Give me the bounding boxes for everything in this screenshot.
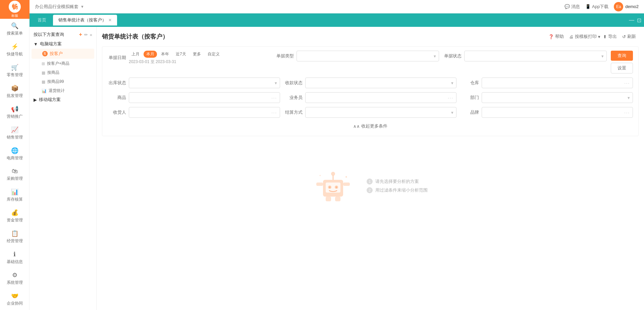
salesperson-select[interactable]: ··· (305, 92, 457, 103)
sidebar-item-search[interactable]: 🔍 搜索菜单 (0, 19, 29, 40)
sidebar-item-operations[interactable]: 📋 经营管理 (0, 226, 29, 247)
help-button[interactable]: ❓ 帮助 (546, 32, 567, 41)
app-logo: 畅 标服 (0, 0, 30, 19)
scheme-pc-category[interactable]: ▼ 电脑端方案 (30, 40, 96, 48)
refresh-icon: ↺ (622, 34, 626, 39)
app-download-button[interactable]: 📱 App下载 (585, 4, 608, 10)
collapse-more-bar[interactable]: ∧∧ 收起更多条件 (108, 120, 633, 132)
date-pill-7days[interactable]: 近7天 (173, 51, 189, 58)
date-pill-this-month[interactable]: 本月 (144, 51, 157, 58)
tab-home[interactable]: 首页 (32, 15, 52, 25)
search-icon: 🔍 (11, 22, 18, 30)
sidebar-item-wholesale[interactable]: 📦 批发管理 (0, 81, 29, 102)
order-type-select[interactable]: ▾ (297, 51, 439, 61)
breadcrumb-dropdown-icon[interactable]: ▾ (81, 4, 84, 9)
svg-rect-1 (326, 183, 340, 193)
scheme-item-icon: 客 (42, 51, 48, 56)
sidebar-item-enterprise-label: 企业协同 (7, 301, 23, 306)
settlement-select[interactable]: ▾ (305, 107, 457, 118)
refresh-label: 刷新 (627, 34, 636, 40)
minimize-button[interactable]: — (629, 17, 634, 23)
sidebar-item-purchase[interactable]: 🛍 采购管理 (0, 164, 29, 185)
hint-num-2: 2 (367, 187, 373, 193)
sidebar: 畅 标服 🔍 搜索菜单 ⚡ 快捷导航 🛒 零售管理 📦 批发管理 📢 营销 (0, 0, 30, 310)
date-pill-this-year[interactable]: 本年 (158, 51, 172, 58)
tab-sales-stats[interactable]: 销售单统计表（按客户） ✕ (53, 15, 117, 25)
sidebar-item-finance-label: 资金管理 (7, 217, 23, 223)
order-date-label: 单据日期 (108, 55, 126, 61)
sidebar-item-wholesale-label: 批发管理 (7, 93, 23, 99)
message-button[interactable]: 💬 消息 (565, 4, 580, 10)
scheme-item-by-customer[interactable]: 客 按客户 (32, 49, 94, 59)
sidebar-item-basics-label: 基础信息 (7, 259, 23, 265)
help-label: 帮助 (555, 34, 564, 40)
svg-text:✦: ✦ (319, 174, 321, 177)
department-label: 部门 (461, 95, 479, 101)
department-select[interactable]: ▾ (482, 92, 633, 103)
consignee-label: 收货人 (108, 109, 126, 115)
date-pill-last-month[interactable]: 上月 (129, 51, 142, 58)
sidebar-item-shortcut[interactable]: ⚡ 快捷导航 (0, 40, 29, 60)
sidebar-item-inventory[interactable]: 📊 库存核算 (0, 185, 29, 206)
finance-icon: 💰 (11, 209, 18, 216)
logo-icon: 畅 (9, 1, 21, 13)
brand-filter: 品牌 ··· (461, 107, 633, 118)
refresh-button[interactable]: ↺ 刷新 (620, 32, 639, 41)
sidebar-item-enterprise[interactable]: 🤝 企业协同 (0, 289, 29, 310)
user-area[interactable]: Ea demo2 (614, 2, 639, 11)
warehouse-select[interactable]: ··· (482, 78, 633, 88)
tab-sales-stats-label: 销售单统计表（按客户） (58, 17, 106, 23)
consignee-select[interactable]: ··· (129, 107, 280, 118)
template-print-button[interactable]: 🖨 按模板打印 ▾ (569, 34, 600, 40)
header-right: 💬 消息 📱 App下载 Ea demo2 (565, 2, 639, 11)
export-button[interactable]: ⬆ 导出 (603, 34, 617, 40)
page-actions: ❓ 帮助 🖨 按模板打印 ▾ ⬆ 导出 ↺ (546, 32, 639, 41)
sidebar-item-system[interactable]: ⚙ 系统管理 (0, 268, 29, 289)
scheme-sub-icon-4: 📊 (42, 89, 47, 93)
consignee-dots: ··· (271, 110, 277, 115)
sidebar-item-sales[interactable]: 📈 销售管理 (0, 123, 29, 144)
sidebar-item-ecommerce[interactable]: 🌐 电商管理 (0, 144, 29, 164)
sidebar-item-basics[interactable]: ℹ 基础信息 (0, 247, 29, 268)
scheme-item-refund-stats[interactable]: 📊 退货统计 (30, 86, 96, 95)
date-pill-custom[interactable]: 自定义 (205, 51, 222, 58)
hint-num-1: 1 (367, 178, 373, 185)
pc-category-label: 电脑端方案 (40, 41, 62, 47)
maximize-button[interactable]: ⊡ (637, 17, 641, 23)
enterprise-icon: 🤝 (11, 292, 18, 300)
empty-state: ✦ ✦ 1 请先选择要分析的方案 2 用过滤条件来缩小分析范围 (102, 136, 639, 229)
scheme-collapse-button[interactable]: « (90, 32, 92, 37)
scheme-edit-button[interactable]: ✏ (84, 32, 88, 37)
template-print-label: 按模板打印 (575, 34, 597, 40)
date-pill-more[interactable]: 更多 (190, 51, 204, 58)
setting-button[interactable]: 设置 (611, 63, 633, 73)
payment-status-select[interactable]: ▾ (305, 78, 457, 88)
scheme-item-by-product-99[interactable]: ▦ 按商品99 (30, 77, 96, 86)
sidebar-item-finance[interactable]: 💰 资金管理 (0, 206, 29, 226)
product-label: 商品 (108, 95, 126, 101)
inventory-icon: 📊 (11, 188, 18, 196)
brand-select[interactable]: ··· (482, 107, 633, 118)
sidebar-item-retail[interactable]: 🛒 零售管理 (0, 60, 29, 81)
sidebar-item-marketing[interactable]: 📢 营销推广 (0, 102, 29, 123)
svg-text:✦: ✦ (345, 175, 347, 179)
collapse-more-label: 收起更多条件 (361, 123, 387, 129)
query-button[interactable]: 查询 (611, 51, 633, 61)
scheme-mobile-category[interactable]: ▶ 移动端方案 (30, 95, 96, 104)
order-status-select[interactable]: ▾ (464, 51, 607, 61)
sidebar-item-sales-label: 销售管理 (7, 135, 23, 140)
main-area: 办公用品行业模拟账套 ▾ 💬 消息 📱 App下载 Ea demo2 (30, 0, 644, 310)
product-select[interactable]: ··· (129, 92, 280, 103)
scheme-add-button[interactable]: + (79, 32, 82, 38)
scheme-item-by-product-99-label: 按商品99 (47, 79, 64, 85)
order-status-dropdown-icon: ▾ (601, 54, 604, 59)
payment-status-label: 收款状态 (284, 80, 303, 86)
scheme-item-by-customer-product[interactable]: ⊞ 按客户+商品 (30, 59, 96, 68)
svg-point-4 (329, 187, 330, 188)
out-status-select[interactable]: ▾ (129, 78, 280, 88)
tab-close-button[interactable]: ✕ (108, 18, 112, 22)
scheme-item-by-product[interactable]: ▦ 按商品 (30, 68, 96, 77)
sidebar-item-marketing-label: 营销推广 (7, 114, 23, 119)
wholesale-icon: 📦 (11, 85, 18, 92)
mobile-category-toggle: ▶ (34, 97, 37, 102)
